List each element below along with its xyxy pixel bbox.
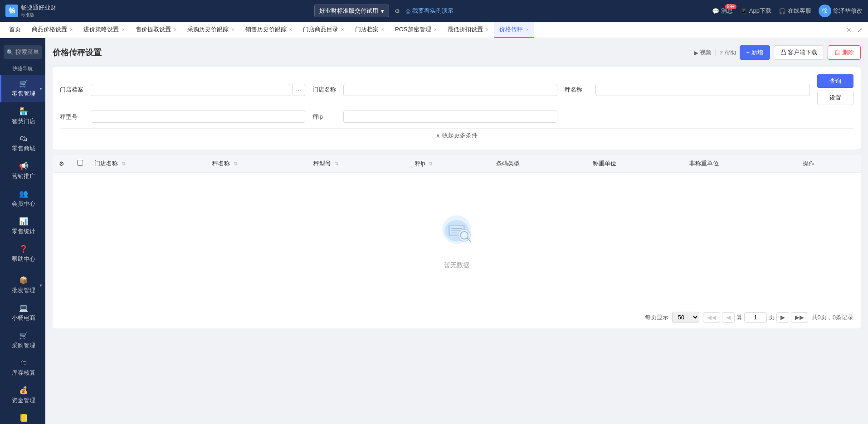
select-all-checkbox[interactable] [77,160,83,166]
th-barcode-type: 条码类型 [491,155,587,173]
sidebar-item-retail[interactable]: 🛒 零售管理 [0,75,45,102]
filter-store-archive: 门店档案 ··· [60,84,305,96]
page-number-label: 算 [736,313,742,322]
close-icon[interactable]: × [341,27,344,32]
tab-product-price[interactable]: 商品价格设置 × [26,22,78,38]
sidebar-item-retail-stats[interactable]: 📊 零售统计 [0,212,45,240]
tab-pos-encrypt[interactable]: POS加密管理 × [390,22,442,38]
main-layout: 🔍 搜索菜单 快捷导航 🛒 零售管理 🏪 智慧门店 🛍 零售商城 📢 营销推广 … [0,38,868,424]
sidebar-item-smart-store[interactable]: 🏪 智慧门店 [0,102,45,130]
sidebar-item-ecommerce[interactable]: 🛍 零售商城 [0,130,45,157]
sidebar-item-label: 帮助中心 [12,255,35,263]
tab-price-extract[interactable]: 售价提取设置 × [130,22,182,38]
page-number-input[interactable] [744,312,767,323]
sidebar-item-label: 零售管理 [12,90,35,98]
headset-icon: 🎧 [779,8,786,14]
close-icon[interactable]: × [434,27,437,32]
online-service-button[interactable]: 🎧 在线客服 [779,7,811,15]
sidebar-item-label: 零售统计 [12,227,35,236]
pagination-nav: ◀◀ ◀ 算 页 ▶ ▶▶ [703,312,808,323]
scale-name-input[interactable] [595,84,810,96]
app-logo: 畅 畅捷通好业财 标准版 [5,4,56,18]
sidebar-item-marketing[interactable]: 📢 营销推广 [0,157,45,185]
app-download-button[interactable]: 📱 App下载 [740,7,771,15]
sidebar-item-wholesale[interactable]: 📦 批发管理 [0,271,45,299]
add-button[interactable]: + 新增 [740,45,770,60]
per-page-label: 每页显示 [645,313,668,322]
tab-close-button[interactable]: ✕ [844,24,853,35]
download-icon: 📱 [740,8,747,14]
tab-home[interactable]: 首页 [4,22,26,38]
close-icon[interactable]: × [231,27,234,32]
message-button[interactable]: 💬 消息 99+ [712,7,733,15]
smart-store-icon: 🏪 [19,107,28,116]
app-name: 畅捷通好业财 标准版 [21,4,56,18]
tab-store-catalog[interactable]: 门店商品目录 × [297,22,349,38]
page-next-button[interactable]: ▶ [776,312,789,323]
filter-row-1: 门店档案 ··· 门店名称 秤名称 查询 设置 [60,74,853,105]
close-icon[interactable]: × [486,27,488,32]
close-icon[interactable]: × [526,27,528,32]
sort-icon: ⇅ [429,161,433,166]
tab-min-discount[interactable]: 最低折扣设置 × [442,22,494,38]
help-link[interactable]: ? 帮助 [719,48,736,57]
inventory-icon: 🗂 [20,359,27,367]
env-selector[interactable]: 好业财标准版交付试用 ▾ [314,5,389,17]
close-icon[interactable]: × [122,27,124,32]
top-bar: 畅 畅捷通好业财 标准版 好业财标准版交付试用 ▾ ⚙ ◎ 我要看实例演示 💬 … [0,0,868,22]
page-first-button[interactable]: ◀◀ [703,312,720,323]
sidebar: 🔍 搜索菜单 快捷导航 🛒 零售管理 🏪 智慧门店 🛍 零售商城 📢 营销推广 … [0,38,45,424]
search-menu-button[interactable]: 🔍 搜索菜单 [4,45,42,59]
sidebar-item-purchase[interactable]: 🛒 采购管理 [0,327,45,354]
tab-sales-history[interactable]: 销售历史价跟踪 × [240,22,297,38]
quick-nav-button[interactable]: 快捷导航 [0,63,45,75]
sidebar-item-member[interactable]: 👥 会员中心 [0,185,45,212]
tab-maximize-button[interactable]: ⤢ [855,24,864,35]
page-actions: ▶ 视频 ? 帮助 + 新增 凸 客户端下载 自 删除 [694,45,861,60]
sidebar-item-general-ledger[interactable]: 📒 总账管理 [0,409,45,424]
tab-purchase-history[interactable]: 采购历史价跟踪 × [182,22,239,38]
sidebar-item-finance[interactable]: 💰 资金管理 [0,381,45,409]
set-button[interactable]: 设置 [817,91,853,105]
video-link[interactable]: ▶ 视频 [694,48,712,57]
close-icon[interactable]: × [289,27,292,32]
sidebar-item-label: 会员中心 [12,200,35,208]
sidebar-item-xc-ecommerce[interactable]: 💻 小畅电商 [0,299,45,327]
query-button[interactable]: 查询 [817,74,853,88]
store-name-input[interactable] [343,84,558,96]
th-non-weight-unit: 非称重单位 [684,155,797,173]
delete-button[interactable]: 自 删除 [828,45,861,60]
tab-store-archive[interactable]: 门店档案 × [350,22,390,38]
sidebar-item-label: 库存核算 [12,369,35,377]
th-settings[interactable]: ⚙ [53,155,71,173]
tab-price-strategy[interactable]: 进价策略设置 × [78,22,130,38]
client-download-button[interactable]: 凸 客户端下载 [774,45,824,60]
sidebar-search[interactable]: 🔍 搜索菜单 [0,42,45,63]
gear-icon: ⚙ [395,8,400,14]
store-archive-input[interactable] [91,84,290,96]
empty-illustration [434,209,479,254]
page-prev-button[interactable]: ◀ [722,312,735,323]
sidebar-item-label: 采购管理 [12,342,35,350]
demo-link[interactable]: ◎ 我要看实例演示 [405,7,454,15]
sidebar-item-inventory[interactable]: 🗂 库存核算 [0,354,45,381]
user-menu[interactable]: 徐 徐泽华修改 [819,5,863,17]
store-archive-dots-button[interactable]: ··· [292,84,305,96]
page-last-button[interactable]: ▶▶ [791,312,808,323]
close-icon[interactable]: × [174,27,176,32]
table-wrapper: ⚙ 门店名称 ⇅ 秤名称 ⇅ 秤型号 ⇅ 秤ip ⇅ 条码类型 称重单位 非称重 [53,155,861,173]
video-icon: ▶ [694,49,698,56]
scale-ip-input[interactable] [343,111,558,123]
close-icon[interactable]: × [70,27,73,32]
store-archive-label: 门店档案 [60,86,87,94]
filter-scale-ip: 秤ip [312,111,558,123]
search-icon: 🔍 [6,49,14,56]
sidebar-item-help[interactable]: ❓ 帮助中心 [0,240,45,268]
tab-price-scale[interactable]: 价格传秤 × [494,22,534,38]
divider [715,49,716,56]
page-size-select[interactable]: 50 10 20 100 [672,312,699,323]
close-icon[interactable]: × [381,27,384,32]
scale-model-input[interactable] [91,111,305,123]
top-settings-button[interactable]: ⚙ [393,6,402,16]
collapse-bar[interactable]: ∧ 收起更多条件 [60,128,853,142]
